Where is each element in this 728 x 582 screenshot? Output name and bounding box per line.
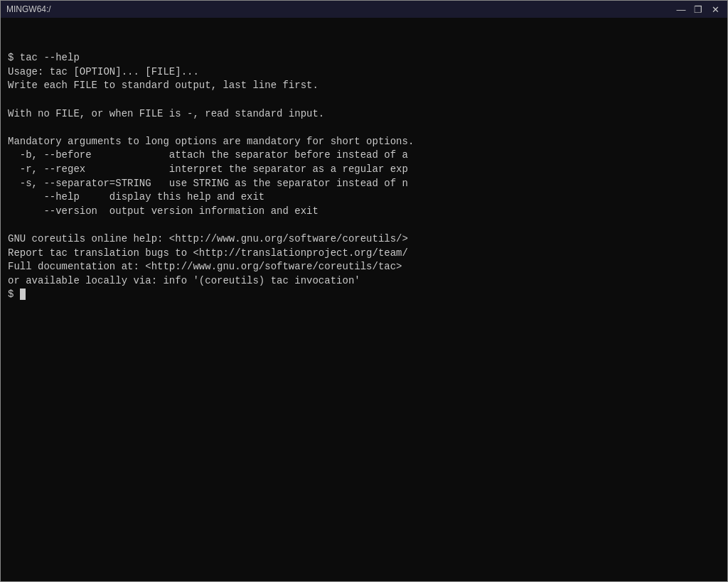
terminal-output: $ tac --help Usage: tac [OPTION]... [FIL… — [8, 51, 720, 316]
title-bar: MINGW64:/ — ❐ ✕ — [1, 1, 727, 18]
window-controls: — ❐ ✕ — [675, 4, 722, 15]
terminal-cursor — [20, 289, 26, 300]
close-button[interactable]: ✕ — [709, 4, 722, 15]
window-title: MINGW64:/ — [6, 4, 51, 14]
maximize-button[interactable]: ❐ — [692, 4, 705, 15]
terminal-body[interactable]: $ tac --help Usage: tac [OPTION]... [FIL… — [1, 18, 727, 581]
terminal-window: MINGW64:/ — ❐ ✕ $ tac --help Usage: tac … — [0, 0, 728, 582]
minimize-button[interactable]: — — [675, 4, 687, 15]
